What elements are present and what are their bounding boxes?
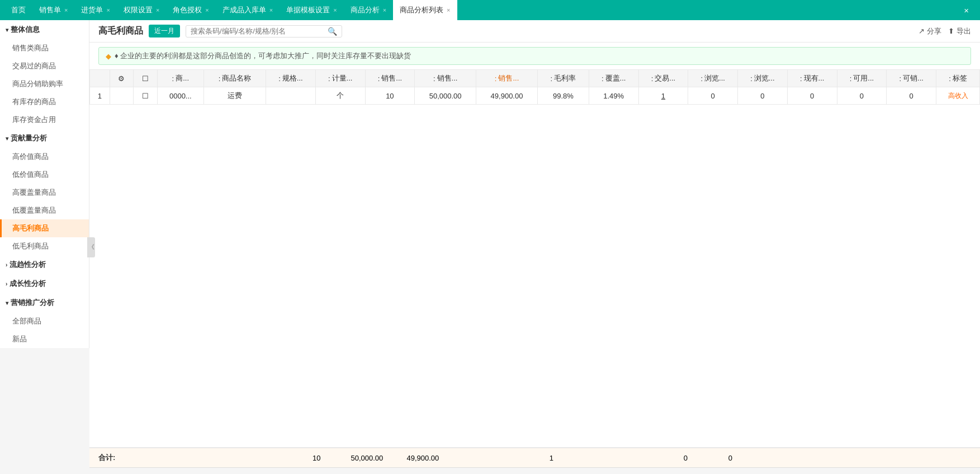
cell-name: 运费 bbox=[204, 87, 266, 105]
cell-current-stock: 0 bbox=[787, 87, 837, 105]
nav-template-close[interactable]: × bbox=[333, 7, 337, 13]
nav-analysis-list-close[interactable]: × bbox=[447, 7, 450, 13]
nav-analysis-close[interactable]: × bbox=[383, 7, 386, 13]
sidebar-item-sales-goods[interactable]: 销售类商品 bbox=[0, 39, 89, 57]
col-unit[interactable]: : 计量... bbox=[315, 70, 365, 87]
nav-role-close[interactable]: × bbox=[205, 7, 209, 13]
nav-purchase[interactable]: 进货单 × bbox=[74, 0, 116, 20]
sidebar-collapse-btn[interactable]: 《 bbox=[87, 237, 95, 257]
table-row: 1 ☐ 0000... 运费 个 10 50,000.00 49,900.00 … bbox=[90, 87, 980, 105]
nav-role[interactable]: 角色授权 × bbox=[166, 0, 215, 20]
col-code[interactable]: : 商... bbox=[157, 70, 203, 87]
export-button[interactable]: ⬆ 导出 bbox=[948, 26, 971, 36]
nav-permission-close[interactable]: × bbox=[156, 7, 159, 13]
nav-analysis-list[interactable]: 商品分析列表 × bbox=[393, 0, 457, 20]
nav-product-warehouse[interactable]: 产成品入库单 × bbox=[216, 0, 280, 20]
nav-home[interactable]: 首页 bbox=[4, 0, 32, 20]
cell-available-stock: 0 bbox=[837, 87, 887, 105]
nav-template[interactable]: 单据模板设置 × bbox=[280, 0, 343, 20]
col-spec[interactable]: : 规格... bbox=[266, 70, 316, 87]
share-button[interactable]: ↗ 分享 bbox=[919, 26, 941, 36]
col-sale-qty[interactable]: : 销售... bbox=[365, 70, 415, 87]
col-current-stock[interactable]: : 现有... bbox=[787, 70, 837, 87]
col-view2[interactable]: : 浏览... bbox=[738, 70, 788, 87]
content-header: 高毛利商品 近一月 🔍 ↗ 分享 ⬆ 导出 bbox=[89, 20, 980, 43]
cell-sale-qty: 10 bbox=[365, 87, 415, 105]
window-close[interactable]: × bbox=[957, 6, 976, 15]
footer-total: 合计: 10 50,000.00 49,900.00 1 0 0 bbox=[89, 447, 980, 467]
cell-view1: 0 bbox=[688, 87, 738, 105]
search-icon[interactable]: 🔍 bbox=[328, 27, 337, 36]
sidebar-group-flow[interactable]: › 流趋性分析 bbox=[0, 255, 89, 274]
tag-badge: 高收入 bbox=[948, 92, 968, 100]
footer-label: 合计: bbox=[98, 453, 115, 463]
cell-index: 1 bbox=[90, 87, 110, 105]
cell-code: 0000... bbox=[157, 87, 203, 105]
nav-permission-label: 权限设置 bbox=[124, 5, 153, 15]
col-tag[interactable]: : 标签 bbox=[936, 70, 980, 87]
horizontal-scrollbar[interactable] bbox=[89, 467, 980, 474]
footer-cells: 10 50,000.00 49,900.00 1 0 0 bbox=[126, 454, 971, 462]
cell-gross-rate: 99.8% bbox=[537, 87, 589, 105]
header-actions: ↗ 分享 ⬆ 导出 bbox=[919, 26, 971, 36]
cell-sale-cost: 49,900.00 bbox=[476, 87, 538, 105]
nav-sales[interactable]: 销售单 × bbox=[32, 0, 74, 20]
col-available-stock[interactable]: : 可用... bbox=[837, 70, 887, 87]
col-name[interactable]: : 商品名称 bbox=[204, 70, 266, 87]
sidebar-item-new-goods[interactable]: 新品 bbox=[0, 330, 89, 348]
sidebar-group-contribution[interactable]: ▾ 贡献量分析 bbox=[0, 129, 89, 148]
cell-tag: 高收入 bbox=[936, 87, 980, 105]
sidebar-item-high-margin[interactable]: 高毛利商品 bbox=[0, 219, 89, 237]
sidebar-item-high-value[interactable]: 高价值商品 bbox=[0, 148, 89, 166]
nav-product-warehouse-close[interactable]: × bbox=[269, 7, 273, 13]
col-view1[interactable]: : 浏览... bbox=[688, 70, 738, 87]
col-trade-count[interactable]: : 交易... bbox=[638, 70, 688, 87]
sidebar-group-overall[interactable]: ▾ 整体信息 bbox=[0, 20, 89, 39]
nav-sales-close[interactable]: × bbox=[64, 7, 68, 13]
filter-button[interactable]: 近一月 bbox=[149, 25, 180, 37]
cell-view2: 0 bbox=[738, 87, 788, 105]
table-wrapper[interactable]: ⚙ ☐ : 商... : 商品名称 : 规格... : 计量... : 销售..… bbox=[89, 69, 980, 447]
arrow-marketing: ▾ bbox=[6, 300, 8, 306]
sidebar-group-contribution-label: 贡献量分析 bbox=[11, 133, 47, 143]
info-icon: ◆ bbox=[106, 52, 111, 60]
share-icon: ↗ bbox=[919, 27, 925, 35]
sidebar-item-low-coverage[interactable]: 低覆盖量商品 bbox=[0, 201, 89, 219]
search-input[interactable] bbox=[191, 27, 328, 35]
sidebar-group-growth-label: 成长性分析 bbox=[10, 279, 46, 289]
sidebar-group-marketing[interactable]: ▾ 营销推广分析 bbox=[0, 293, 89, 312]
arrow-overall: ▾ bbox=[6, 27, 8, 33]
sidebar-group-overall-label: 整体信息 bbox=[11, 25, 40, 35]
col-gross-rate[interactable]: : 毛利率 bbox=[537, 70, 589, 87]
cell-checkbox[interactable]: ☐ bbox=[134, 87, 158, 105]
sidebar-item-distribution-rate[interactable]: 商品分销助购率 bbox=[0, 75, 89, 93]
sidebar-item-low-margin[interactable]: 低毛利商品 bbox=[0, 237, 89, 255]
col-settings[interactable]: ⚙ bbox=[110, 70, 134, 87]
nav-sales-label: 销售单 bbox=[39, 5, 61, 15]
sidebar-item-all-goods[interactable]: 全部商品 bbox=[0, 312, 89, 330]
footer-trade-count: 1 bbox=[529, 454, 574, 462]
page-title: 高毛利商品 bbox=[98, 25, 143, 37]
trade-count-link[interactable]: 1 bbox=[661, 92, 665, 100]
col-checkbox[interactable]: ☐ bbox=[134, 70, 158, 87]
sidebar-item-high-coverage[interactable]: 高覆盖量商品 bbox=[0, 184, 89, 201]
sidebar-item-traded-goods[interactable]: 交易过的商品 bbox=[0, 57, 89, 75]
cell-sale-amount: 50,000.00 bbox=[415, 87, 476, 105]
nav-purchase-label: 进货单 bbox=[81, 5, 103, 15]
nav-permission[interactable]: 权限设置 × bbox=[117, 0, 166, 20]
nav-analysis[interactable]: 商品分析 × bbox=[344, 0, 393, 20]
sidebar-item-stock-capital[interactable]: 库存资金占用 bbox=[0, 111, 89, 129]
content-area: 高毛利商品 近一月 🔍 ↗ 分享 ⬆ 导出 ◆ ♦ 企业的主要的利润都是这部分商… bbox=[89, 20, 980, 474]
col-coverage[interactable]: : 覆盖... bbox=[589, 70, 638, 87]
col-sale-cost[interactable]: : 销售... bbox=[476, 70, 538, 87]
nav-template-label: 单据模板设置 bbox=[286, 5, 330, 15]
col-saleable-days[interactable]: : 可销... bbox=[887, 70, 936, 87]
search-box: 🔍 bbox=[186, 25, 342, 37]
main-layout: ▾ 整体信息 销售类商品 交易过的商品 商品分销助购率 有库存的商品 库存资金占… bbox=[0, 20, 980, 474]
col-sale-amount[interactable]: : 销售... bbox=[415, 70, 476, 87]
nav-purchase-close[interactable]: × bbox=[106, 7, 110, 13]
cell-coverage: 1.49% bbox=[589, 87, 638, 105]
sidebar-group-growth[interactable]: › 成长性分析 bbox=[0, 274, 89, 293]
sidebar-item-stocked-goods[interactable]: 有库存的商品 bbox=[0, 93, 89, 111]
sidebar-item-low-value[interactable]: 低价值商品 bbox=[0, 166, 89, 184]
